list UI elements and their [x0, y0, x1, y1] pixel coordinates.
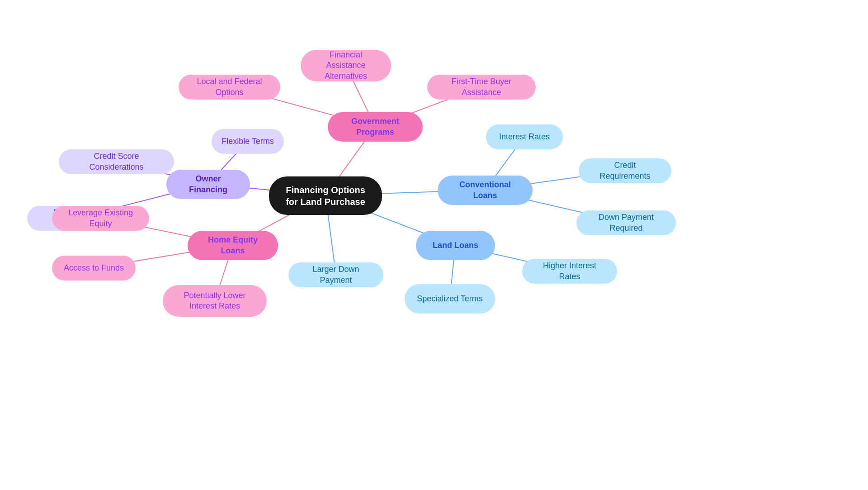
node-larger-down-payment: Larger Down Payment: [288, 262, 383, 287]
node-local-federal-options: Local and Federal Options: [179, 75, 280, 100]
node-credit-requirements: Credit Requirements: [579, 158, 671, 183]
node-higher-interest-rates: Higher Interest Rates: [522, 259, 617, 284]
node-owner-financing: Owner Financing: [166, 170, 250, 199]
node-land-loans: Land Loans: [416, 231, 495, 260]
node-access-to-funds: Access to Funds: [52, 256, 136, 281]
node-leverage-existing-equity: Leverage Existing Equity: [52, 206, 149, 231]
center-node: Financing Options for Land Purchase: [269, 176, 382, 215]
node-conventional-loans: Conventional Loans: [438, 176, 533, 205]
node-potentially-lower-interest-rates: Potentially Lower Interest Rates: [163, 285, 267, 317]
node-home-equity-loans: Home Equity Loans: [188, 231, 278, 260]
node-government-programs: Government Programs: [328, 112, 423, 142]
node-financial-assistance-alternatives: Financial Assistance Alternatives: [301, 50, 391, 81]
node-flexible-terms: Flexible Terms: [212, 129, 284, 154]
node-credit-score-considerations: Credit Score Considerations: [59, 149, 174, 174]
node-first-time-buyer-assistance: First-Time Buyer Assistance: [427, 75, 536, 100]
node-specialized-terms: Specialized Terms: [405, 284, 495, 314]
node-interest-rates: Interest Rates: [486, 124, 563, 149]
node-down-payment-required: Down Payment Required: [576, 210, 676, 235]
